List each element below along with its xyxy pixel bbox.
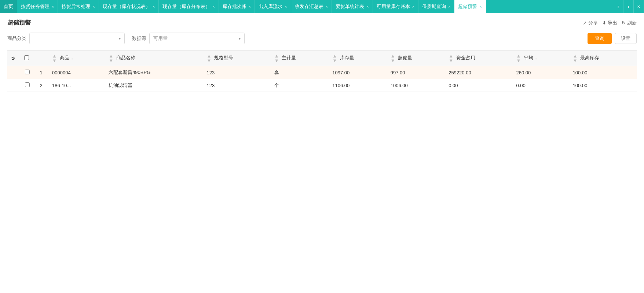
row-checkbox-cell bbox=[21, 79, 34, 92]
sort-icon-2: ▲▼ bbox=[109, 53, 113, 63]
table-row: 10000004六配套新昌490BPG123套1097.00997.002592… bbox=[7, 66, 637, 79]
col-main-unit: ▲▼ 主计量 bbox=[271, 51, 329, 66]
close-tab-icon[interactable]: × bbox=[285, 4, 287, 9]
share-button[interactable]: ↗ 分享 bbox=[583, 20, 598, 26]
nav-prev-button[interactable]: ‹ bbox=[613, 0, 623, 13]
col-spec: ▲▼ 规格型号 bbox=[203, 51, 271, 66]
col-checkbox-header bbox=[21, 51, 34, 66]
nav-item-label: 现存量（库存状况表） bbox=[103, 3, 150, 10]
col-max-stock: ▲▼ 最高库存 bbox=[569, 51, 637, 66]
col-capital-occ: ▲▼ 资金占用 bbox=[445, 51, 512, 66]
close-tab-icon[interactable]: × bbox=[52, 4, 54, 9]
sort-icon-6: ▲▼ bbox=[391, 53, 395, 63]
nav-item-stock-status[interactable]: 现存量（库存状况表）× bbox=[99, 0, 159, 13]
nav-close-all-button[interactable]: × bbox=[634, 0, 644, 13]
sort-icon-5: ▲▼ bbox=[332, 53, 337, 63]
share-icon: ↗ bbox=[583, 20, 587, 26]
export-icon: ⬇ bbox=[602, 20, 606, 26]
nav-item-label: 现存量（库存分布表） bbox=[162, 3, 210, 10]
table-header-row: ⚙ ▲▼ 商品... ▲▼ 商品名称 ▲▼ 规格型号 bbox=[7, 51, 637, 66]
close-tab-icon[interactable]: × bbox=[92, 4, 95, 9]
nav-item-inout-flow[interactable]: 出入库流水× bbox=[255, 0, 291, 13]
nav-item-abnormal-proc[interactable]: 拣货异常处理× bbox=[58, 0, 99, 13]
nav-item-label: 超储预警 bbox=[458, 3, 477, 10]
nav-next-button[interactable]: › bbox=[623, 0, 634, 13]
overstock-qty-cell: 997.00 bbox=[387, 66, 445, 79]
datasource-label: 数据源 bbox=[132, 35, 146, 42]
nav-item-order-stats[interactable]: 要货单统计表× bbox=[332, 0, 373, 13]
nav-item-quality-check[interactable]: 保质期查询× bbox=[418, 0, 454, 13]
max-stock-cell: 100.00 bbox=[569, 79, 637, 92]
category-filter: 商品分类 ▾ bbox=[7, 33, 125, 44]
nav-item-label: 保质期查询 bbox=[422, 3, 446, 10]
nav-item-label: 库存批次账 bbox=[223, 3, 246, 10]
nav-item-label: 拣货异常处理 bbox=[62, 3, 90, 10]
row-checkbox-cell bbox=[21, 66, 34, 79]
nav-item-recv-send[interactable]: 收发存汇总表× bbox=[291, 0, 332, 13]
refresh-icon: ↻ bbox=[622, 20, 626, 26]
col-product-code: ▲▼ 商品... bbox=[48, 51, 105, 66]
close-tab-icon[interactable]: × bbox=[326, 4, 328, 9]
main-unit-cell: 个 bbox=[271, 79, 329, 92]
col-product-name: ▲▼ 商品名称 bbox=[105, 51, 203, 66]
col-avg: ▲▼ 平均... bbox=[513, 51, 569, 66]
spec-cell: 123 bbox=[203, 66, 271, 79]
avg-cell: 260.00 bbox=[513, 66, 569, 79]
sort-icon-7: ▲▼ bbox=[449, 53, 453, 63]
nav-item-label: 首页 bbox=[4, 3, 13, 10]
export-button[interactable]: ⬇ 导出 bbox=[602, 20, 617, 26]
overstock-qty-cell: 1006.00 bbox=[387, 79, 445, 92]
category-label: 商品分类 bbox=[7, 35, 26, 42]
row-settings-cell bbox=[7, 66, 21, 79]
datasource-select[interactable]: 可用量 ▾ bbox=[149, 33, 245, 44]
row-number: 2 bbox=[34, 79, 48, 92]
settings-button[interactable]: 设置 bbox=[615, 33, 637, 44]
close-tab-icon[interactable]: × bbox=[249, 4, 251, 9]
nav-item-avail-stock[interactable]: 可用量库存账本× bbox=[373, 0, 418, 13]
nav-item-home[interactable]: 首页 bbox=[0, 0, 17, 13]
capital-occ-cell: 0.00 bbox=[445, 79, 512, 92]
nav-item-task-mgmt[interactable]: 拣货任务管理× bbox=[17, 0, 58, 13]
datasource-select-value: 可用量 bbox=[153, 35, 168, 42]
capital-occ-cell: 259220.00 bbox=[445, 66, 512, 79]
query-button[interactable]: 查询 bbox=[588, 33, 612, 44]
gear-icon[interactable]: ⚙ bbox=[11, 56, 15, 61]
nav-item-label: 要货单统计表 bbox=[336, 3, 364, 10]
product-code-cell: 0000004 bbox=[48, 66, 105, 79]
avg-cell: 0.00 bbox=[513, 79, 569, 92]
close-tab-icon[interactable]: × bbox=[366, 4, 369, 9]
table-row: 2186-10...机油滤清器123个1106.001006.000.000.0… bbox=[7, 79, 637, 92]
product-name-cell: 机油滤清器 bbox=[105, 79, 203, 92]
close-tab-icon[interactable]: × bbox=[448, 4, 450, 9]
stock-qty-cell: 1106.00 bbox=[329, 79, 387, 92]
category-select[interactable]: ▾ bbox=[29, 33, 125, 44]
close-tab-icon[interactable]: × bbox=[212, 4, 215, 9]
row-checkbox[interactable] bbox=[25, 82, 30, 87]
sort-icon-3: ▲▼ bbox=[207, 53, 212, 63]
filter-area: 商品分类 ▾ 数据源 可用量 ▾ 查询 设置 bbox=[7, 33, 637, 44]
page-header: 超储预警 ↗ 分享 ⬇ 导出 ↻ 刷新 bbox=[7, 19, 637, 27]
datasource-filter: 数据源 可用量 ▾ bbox=[132, 33, 245, 44]
data-table: ⚙ ▲▼ 商品... ▲▼ 商品名称 ▲▼ 规格型号 bbox=[7, 50, 637, 92]
chevron-down-icon: ▾ bbox=[119, 37, 121, 41]
close-tab-icon[interactable]: × bbox=[153, 4, 155, 9]
chevron-down-icon-2: ▾ bbox=[239, 37, 241, 41]
close-tab-icon[interactable]: × bbox=[479, 4, 482, 9]
filter-buttons: 查询 设置 bbox=[588, 33, 637, 44]
nav-item-label: 收发存汇总表 bbox=[295, 3, 323, 10]
refresh-button[interactable]: ↻ 刷新 bbox=[622, 20, 637, 26]
row-settings-cell bbox=[7, 79, 21, 92]
col-overstock-qty: ▲▼ 超储量 bbox=[387, 51, 445, 66]
page-wrapper: 超储预警 ↗ 分享 ⬇ 导出 ↻ 刷新 商品分类 ▾ bbox=[0, 13, 644, 293]
max-stock-cell: 100.00 bbox=[569, 66, 637, 79]
nav-item-label: 可用量库存账本 bbox=[377, 3, 410, 10]
header-actions: ↗ 分享 ⬇ 导出 ↻ 刷新 bbox=[583, 20, 637, 26]
sort-icon-9: ▲▼ bbox=[573, 53, 578, 63]
select-all-checkbox[interactable] bbox=[24, 55, 29, 60]
top-nav: 首页拣货任务管理×拣货异常处理×现存量（库存状况表）×现存量（库存分布表）×库存… bbox=[0, 0, 644, 13]
close-tab-icon[interactable]: × bbox=[412, 4, 414, 9]
nav-item-overstock-alert[interactable]: 超储预警× bbox=[454, 0, 486, 13]
nav-item-stock-batch[interactable]: 库存批次账× bbox=[219, 0, 255, 13]
nav-item-stock-dist[interactable]: 现存量（库存分布表）× bbox=[159, 0, 219, 13]
row-checkbox[interactable] bbox=[25, 70, 30, 74]
